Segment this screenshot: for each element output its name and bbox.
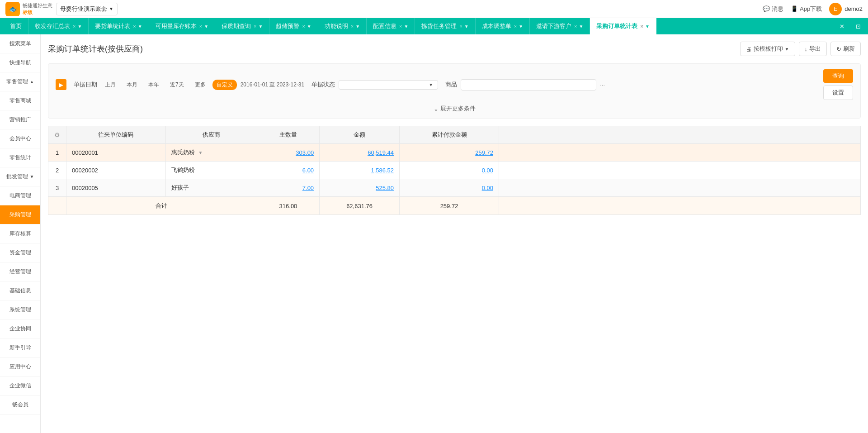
nav-close-btn[interactable]: ✕ [835,20,848,33]
nav-maximize-btn[interactable]: ⊡ [852,20,864,33]
shortcut-custom[interactable]: 自定义 [212,80,237,90]
row-supplier-3: 好孩子 [165,179,257,197]
close-tab-purchase-summary[interactable]: × [640,24,643,29]
tab-cost-adjust[interactable]: 成本调整单 × ▼ [476,18,530,34]
tab-home[interactable]: 首页 [4,18,28,34]
chevron-down-icon-sidebar: ▼ [30,174,34,179]
tab-picking-task[interactable]: 拣货任务管理 × ▼ [415,18,475,34]
sidebar-item-operations-mgmt[interactable]: 经营管理 [0,262,40,281]
dropdown-icon9: ▼ [519,24,523,29]
filter-date-group: 单据日期 上月 本月 本年 近7天 更多 自定义 2016-01-01 至 [74,80,304,90]
user-area[interactable]: E demo2 [829,3,863,15]
sidebar-item-app-center[interactable]: 应用中心 [0,357,40,376]
footer-extra [499,197,861,215]
close-tab-order-summary[interactable]: × [133,24,136,29]
row-paid-1[interactable]: 259.72 [400,144,499,162]
row-quantity-3[interactable]: 7.00 [257,179,319,197]
row-quantity-1[interactable]: 303.00 [257,144,319,162]
sidebar-item-finance-mgmt[interactable]: 资金管理 [0,243,40,262]
close-tab-stock-ledger[interactable]: × [199,24,202,29]
tab-stock-ledger[interactable]: 可用量库存账本 × ▼ [149,18,215,34]
close-tab-invite-downstream[interactable]: × [574,24,577,29]
close-tab-receive-summary[interactable]: × [73,24,75,29]
tab-invite-downstream[interactable]: 邀请下游客户 × ▼ [530,18,590,34]
tab-function-desc[interactable]: 功能说明 × ▼ [318,18,367,34]
sidebar-item-system-mgmt[interactable]: 系统管理 [0,300,40,319]
sidebar-item-retail-store[interactable]: 零售商城 [0,91,40,110]
filter-status-select[interactable]: ▼ [339,80,438,90]
footer-label: 合计 [66,197,257,215]
nav-right-actions: ✕ ⊡ [835,20,864,33]
expand-more-btn[interactable]: ⌄ 展开更多条件 [434,105,476,113]
sidebar-item-wholesale-mgmt[interactable]: 批发管理 ▼ [0,167,40,186]
top-bar-left: 🐟 畅捷通好生意 标版 母婴行业演示账套 ▼ [5,2,118,16]
shortcut-this-year[interactable]: 本年 [144,80,163,90]
sidebar-item-inventory-check[interactable]: 库存核算 [0,224,40,243]
close-tab-expiry-query[interactable]: × [254,24,256,29]
sidebar-item-retail-stats[interactable]: 零售统计 [0,148,40,167]
content-area: 采购订单统计表(按供应商) 🖨 按模板打印 ▼ ↓ 导出 ↻ 刷新 [41,34,868,433]
tab-expiry-query[interactable]: 保质期查询 × ▼ [215,18,269,34]
row-paid-3[interactable]: 0.00 [400,179,499,197]
filter-toggle-btn[interactable]: ▶ [56,79,66,90]
close-tab-function-desc[interactable]: × [351,24,354,29]
close-tab-picking-task[interactable]: × [459,24,462,29]
chevron-down-icon-row[interactable]: ▼ [198,150,203,155]
dropdown-icon2: ▼ [138,24,142,29]
shortcut-last-7days[interactable]: 近7天 [166,80,188,90]
sidebar-item-retail-mgmt[interactable]: 零售管理 ▲ [0,72,40,91]
shortcut-last-month[interactable]: 上月 [101,80,120,90]
btn-refresh[interactable]: ↻ 刷新 [830,42,861,56]
row-amount-2[interactable]: 1,586.52 [320,162,400,179]
footer-amount: 62,631.76 [320,197,400,215]
sidebar-item-purchase-mgmt[interactable]: 采购管理 [0,205,40,224]
chevron-down-icon-expand: ⌄ [434,105,439,112]
sidebar-item-member-center[interactable]: 会员中心 [0,129,40,148]
filter-goods-group: 商品 ··· [445,79,605,90]
shortcut-this-month[interactable]: 本月 [123,80,142,90]
row-quantity-2[interactable]: 6.00 [257,162,319,179]
sidebar-item-new-guide[interactable]: 新手引导 [0,338,40,357]
tab-overstock-warning[interactable]: 超储预警 × ▼ [269,18,318,34]
row-code-2: 00020002 [66,162,166,179]
chevron-down-icon-print: ▼ [785,47,789,52]
row-extra-2 [499,162,861,179]
close-tab-cost-adjust[interactable]: × [514,24,517,29]
tab-purchase-summary[interactable]: 采购订单统计表 × ▼ [590,18,656,34]
row-amount-3[interactable]: 525.80 [320,179,400,197]
dropdown-icon6: ▼ [355,24,360,29]
btn-template-print[interactable]: 🖨 按模板打印 ▼ [740,42,795,56]
message-action[interactable]: 💬 消息 [763,5,783,13]
sidebar-item-enterprise-wechat[interactable]: 企业微信 [0,376,40,395]
tab-config-info[interactable]: 配置信息 × ▼ [367,18,415,34]
page-content: 采购订单统计表(按供应商) 🖨 按模板打印 ▼ ↓ 导出 ↻ 刷新 [41,34,868,433]
tab-receive-summary[interactable]: 收发存汇总表 × ▼ [28,18,89,34]
gear-icon[interactable]: ⚙ [54,131,60,138]
sidebar-item-ecommerce-mgmt[interactable]: 电商管理 [0,186,40,205]
btn-settings[interactable]: 设置 [823,86,853,100]
workspace-selector[interactable]: 母婴行业演示账套 ▼ [56,3,118,15]
refresh-icon: ↻ [836,46,841,52]
export-icon: ↓ [805,46,808,52]
row-paid-2[interactable]: 0.00 [400,162,499,179]
tab-order-summary[interactable]: 要货单统计表 × ▼ [89,18,149,34]
app-download-action[interactable]: 📱 App下载 [791,5,822,13]
btn-query[interactable]: 查询 [823,69,853,83]
filter-more-dots[interactable]: ··· [600,81,605,88]
row-num-2: 2 [48,162,66,179]
row-amount-1[interactable]: 60,519.44 [320,144,400,162]
sidebar-item-enterprise-collab[interactable]: 企业协同 [0,319,40,338]
sidebar-item-marketing[interactable]: 营销推广 [0,110,40,129]
th-empty [499,126,861,144]
btn-export[interactable]: ↓ 导出 [799,42,827,56]
close-tab-overstock-warning[interactable]: × [302,24,305,29]
sidebar-item-vip-member[interactable]: 畅会员 [0,395,40,414]
nav-tabs: 首页 收发存汇总表 × ▼ 要货单统计表 × ▼ 可用量库存账本 × ▼ 保质期… [0,18,868,34]
filter-goods-input[interactable] [461,79,596,90]
sidebar-item-quick-nav[interactable]: 快捷导航 [0,53,40,72]
close-tab-config-info[interactable]: × [399,24,402,29]
sidebar-item-search[interactable]: 搜索菜单 [0,34,40,53]
table-row: 2 00020002 飞鹤奶粉 6.00 1,586.52 0.00 [48,162,861,179]
sidebar-item-basic-info[interactable]: 基础信息 [0,281,40,300]
shortcut-more[interactable]: 更多 [191,80,210,90]
